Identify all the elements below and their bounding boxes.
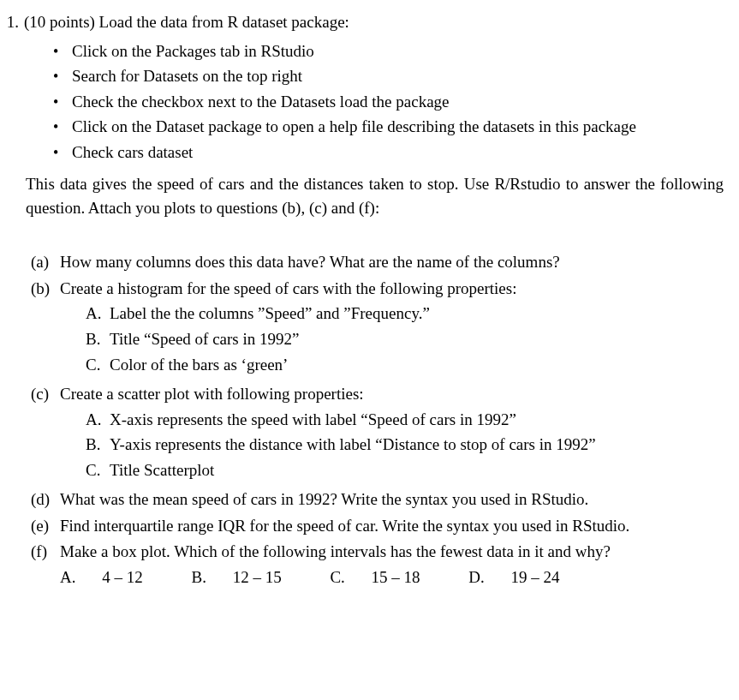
- subpart-a: (a) How many columns does this data have…: [31, 250, 724, 274]
- subpart-label: (f): [31, 540, 60, 564]
- question-number: 1.: [0, 10, 24, 34]
- subpart-d: (d) What was the mean speed of cars in 1…: [31, 488, 724, 512]
- subpart-label: (e): [31, 514, 60, 538]
- subpart-text: How many columns does this data have? Wh…: [60, 250, 724, 274]
- choice: D. 19 – 24: [468, 568, 581, 586]
- question-intro: (10 points) Load the data from R dataset…: [24, 10, 724, 34]
- bullet-item: Click on the Dataset package to open a h…: [53, 115, 724, 139]
- subpart-text: Find interquartile range IQR for the spe…: [60, 514, 724, 538]
- subpart-label: (c): [31, 382, 60, 406]
- subpart-e: (e) Find interquartile range IQR for the…: [31, 514, 724, 538]
- followup-text: This data gives the speed of cars and th…: [26, 172, 724, 219]
- choice: A. 4 – 12: [60, 568, 165, 586]
- subparts-list: (a) How many columns does this data have…: [31, 250, 724, 589]
- bullet-item: Check the checkbox next to the Datasets …: [53, 90, 724, 114]
- subpart-f: (f) Make a box plot. Which of the follow…: [31, 540, 724, 589]
- subpart-label: (d): [31, 488, 60, 512]
- letter-list-c: A.X-axis represents the speed with label…: [86, 408, 724, 482]
- choice: B. 12 – 15: [191, 568, 303, 586]
- letter-item: C.Title Scatterplot: [86, 458, 724, 482]
- subpart-text: What was the mean speed of cars in 1992?…: [60, 488, 724, 512]
- bullet-item: Click on the Packages tab in RStudio: [53, 39, 724, 63]
- letter-item: B.Y-axis represents the distance with la…: [86, 433, 724, 457]
- letter-item: A.X-axis represents the speed with label…: [86, 408, 724, 432]
- letter-item: A.Label the the columns ”Speed” and ”Fre…: [86, 302, 724, 326]
- subpart-text: Create a histogram for the speed of cars…: [60, 279, 516, 297]
- subpart-text: Create a scatter plot with following pro…: [60, 385, 364, 403]
- letter-item: B.Title “Speed of cars in 1992”: [86, 327, 724, 351]
- bullet-item: Check cars dataset: [53, 141, 724, 165]
- subpart-label: (b): [31, 277, 60, 301]
- subpart-body: Create a histogram for the speed of cars…: [60, 277, 724, 380]
- choice: C. 15 – 18: [330, 568, 442, 586]
- answer-choices: A. 4 – 12 B. 12 – 15 C. 15 – 18 D. 19 – …: [60, 565, 724, 589]
- instruction-bullets: Click on the Packages tab in RStudio Sea…: [53, 39, 724, 165]
- bullet-item: Search for Datasets on the top right: [53, 64, 724, 88]
- question-intro-text: Load the data from R dataset package:: [99, 13, 349, 31]
- subpart-body: Create a scatter plot with following pro…: [60, 382, 724, 485]
- subpart-body: Make a box plot. Which of the following …: [60, 540, 724, 589]
- subpart-b: (b) Create a histogram for the speed of …: [31, 277, 724, 380]
- question-header: 1. (10 points) Load the data from R data…: [0, 10, 724, 34]
- subpart-text: Make a box plot. Which of the following …: [60, 542, 611, 560]
- question-points: (10 points): [24, 13, 95, 31]
- letter-item: C.Color of the bars as ‘green’: [86, 353, 724, 377]
- subpart-c: (c) Create a scatter plot with following…: [31, 382, 724, 485]
- letter-list-b: A.Label the the columns ”Speed” and ”Fre…: [86, 302, 724, 376]
- subpart-label: (a): [31, 250, 60, 274]
